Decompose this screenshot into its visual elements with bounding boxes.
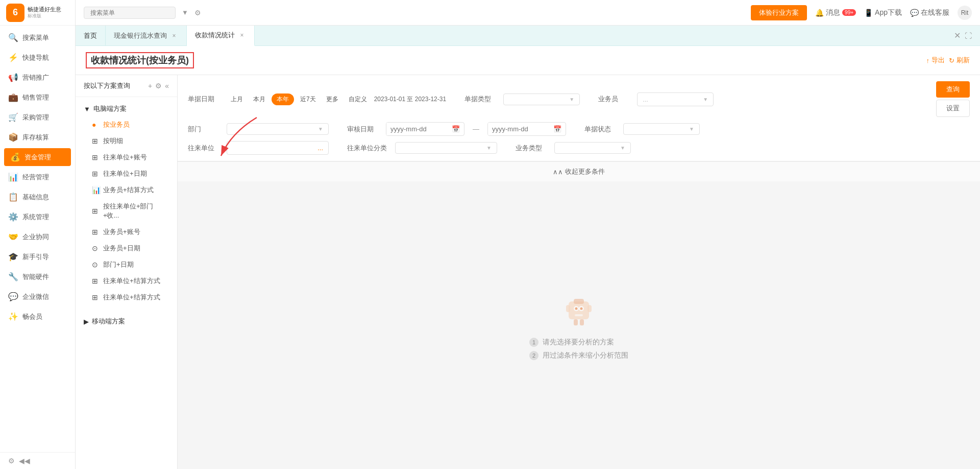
export-btn[interactable]: ↑ 导出 bbox=[926, 56, 945, 65]
sidebar-item-marketing[interactable]: 📢 营销推广 bbox=[0, 67, 75, 87]
audit-date-from-field[interactable] bbox=[386, 123, 448, 135]
refresh-btn[interactable]: ↻ 刷新 bbox=[949, 56, 970, 65]
sidebar-item-corp[interactable]: 🤝 企业协同 bbox=[0, 227, 75, 247]
inventory-icon: 📦 bbox=[8, 132, 18, 142]
item-unit-settle2-icon: ⊞ bbox=[92, 293, 100, 301]
topbar-right: 体验行业方案 🔔 消息 99+ 📱 App下载 💬 在线客服 Rit bbox=[751, 5, 972, 20]
tab-bank[interactable]: 现金银行流水查询 × bbox=[106, 26, 187, 46]
online-service-area[interactable]: 💬 在线客服 bbox=[910, 8, 949, 17]
date-tab-thisyear[interactable]: 本年 bbox=[272, 93, 294, 105]
tree-item-by-detail[interactable]: ⊞ 按明细 bbox=[76, 133, 177, 149]
calendar-from-icon[interactable]: 📅 bbox=[448, 123, 464, 135]
item-detail-icon: ⊞ bbox=[92, 137, 100, 145]
date-label: 单据日期 bbox=[188, 95, 218, 104]
biz-type-select[interactable]: ▼ bbox=[554, 142, 631, 154]
dept-select[interactable]: ▼ bbox=[227, 123, 329, 135]
tree-item-unit-account[interactable]: ⊞ 往来单位+账号 bbox=[76, 149, 177, 166]
date-control: 上月 本月 本年 近7天 更多 自定义 2023-01-01 至 2023-12… bbox=[227, 93, 446, 105]
tree-mobile-header[interactable]: ▶ 移动端方案 bbox=[76, 314, 177, 329]
page-actions: ↑ 导出 ↻ 刷新 bbox=[926, 56, 970, 65]
trial-btn[interactable]: 体验行业方案 bbox=[751, 5, 807, 20]
audit-date-to-input[interactable]: 📅 bbox=[487, 122, 566, 136]
date-tab-thismonth[interactable]: 本月 bbox=[249, 93, 270, 105]
window-maximize-icon[interactable]: ⛶ bbox=[965, 32, 972, 40]
tree-item-unit-settle2[interactable]: ⊞ 往来单位+结算方式 bbox=[76, 289, 177, 306]
app-name: 畅捷通好生意 bbox=[28, 6, 61, 13]
tab-controls: ✕ ⛶ bbox=[946, 31, 980, 40]
wechat-icon: 💬 bbox=[8, 292, 18, 301]
sidebar-item-wechat[interactable]: 💬 企业微信 bbox=[0, 287, 75, 307]
audit-date-to-field[interactable] bbox=[488, 123, 549, 135]
tree-item-by-salesman[interactable]: ● 按业务员 bbox=[76, 116, 177, 133]
setting-btn[interactable]: 设置 bbox=[936, 100, 970, 117]
marketing-icon: 📢 bbox=[8, 73, 18, 82]
partner-select[interactable]: ... bbox=[227, 141, 329, 155]
date-tab-custom[interactable]: 自定义 bbox=[345, 93, 371, 105]
tab-bank-close[interactable]: × bbox=[170, 32, 178, 40]
sidebar-item-search[interactable]: 🔍 搜索菜单 bbox=[0, 28, 75, 48]
sidebar-item-hardware[interactable]: 🔧 智能硬件 bbox=[0, 267, 75, 287]
sidebar-item-sales[interactable]: 💼 销售管理 bbox=[0, 87, 75, 107]
date-tab-lastmonth[interactable]: 上月 bbox=[227, 93, 247, 105]
tree-item-dept-date[interactable]: ⊙ 部门+日期 bbox=[76, 256, 177, 273]
tree-item-unit-dept[interactable]: ⊞ 按往来单位+部门+收... bbox=[76, 198, 177, 224]
collapse-panel-btn[interactable]: « bbox=[165, 82, 169, 90]
sidebar-item-system[interactable]: ⚙️ 系统管理 bbox=[0, 207, 75, 227]
partner-cat-select[interactable]: ▼ bbox=[395, 142, 497, 154]
sidebar-item-quick[interactable]: ⚡ 快捷导航 bbox=[0, 48, 75, 67]
sidebar-item-inventory[interactable]: 📦 库存核算 bbox=[0, 127, 75, 147]
topbar-search-input[interactable] bbox=[84, 7, 176, 19]
sidebar-item-purchase[interactable]: 🛒 采购管理 bbox=[0, 107, 75, 127]
tree-item-unit-settle1[interactable]: ⊞ 往来单位+结算方式 bbox=[76, 273, 177, 289]
doc-status-select[interactable]: ▼ bbox=[623, 123, 700, 135]
quick-icon: ⚡ bbox=[8, 53, 18, 62]
sidebar-item-basic[interactable]: 📋 基础信息 bbox=[0, 187, 75, 207]
add-scheme-btn[interactable]: + bbox=[148, 82, 152, 90]
tab-collection[interactable]: 收款情况统计 × bbox=[187, 26, 255, 46]
notifications-area[interactable]: 🔔 消息 99+ bbox=[815, 8, 856, 17]
tree-item-unit-date[interactable]: ⊞ 往来单位+日期 bbox=[76, 166, 177, 182]
right-panel: 单据日期 上月 本月 本年 近7天 更多 自定义 2023-01-01 至 20… bbox=[178, 75, 980, 469]
salesman-select[interactable]: ... ▼ bbox=[637, 92, 714, 106]
tree-desktop-header[interactable]: ▼ 电脑端方案 bbox=[76, 101, 177, 116]
calendar-to-icon[interactable]: 📅 bbox=[549, 123, 566, 135]
sales-icon: 💼 bbox=[8, 92, 18, 102]
collapse-chevron-icon: ∧∧ bbox=[553, 168, 563, 176]
sidebar-item-finance[interactable]: 💰 资金管理 bbox=[4, 148, 71, 166]
audit-date-from-input[interactable]: 📅 bbox=[386, 122, 464, 136]
topbar-dropdown-icon[interactable]: ▼ bbox=[182, 9, 188, 16]
sidebar-item-operation[interactable]: 📊 经营管理 bbox=[0, 167, 75, 187]
settings-bottom-icon[interactable]: ⚙ bbox=[8, 457, 15, 465]
tab-collection-close[interactable]: × bbox=[238, 31, 246, 39]
collapse-icon[interactable]: ◀◀ bbox=[19, 457, 30, 465]
filter-row-1: 单据日期 上月 本月 本年 近7天 更多 自定义 2023-01-01 至 20… bbox=[188, 81, 970, 117]
date-tab-7days[interactable]: 近7天 bbox=[296, 93, 320, 105]
left-panel: 按以下方案查询 + ⚙ « ▼ 电脑端方案 ● 按业务员 bbox=[76, 75, 178, 469]
collapse-more-btn[interactable]: ∧∧ 收起更多条件 bbox=[178, 161, 980, 181]
query-btn[interactable]: 查询 bbox=[936, 81, 970, 98]
tab-home[interactable]: 首页 bbox=[76, 26, 106, 46]
left-panel-header: 按以下方案查询 + ⚙ « bbox=[76, 75, 177, 97]
svg-rect-6 bbox=[575, 314, 583, 316]
date-tab-more[interactable]: 更多 bbox=[322, 93, 342, 105]
svg-rect-8 bbox=[587, 305, 592, 312]
app-download-area[interactable]: 📱 App下载 bbox=[864, 8, 902, 17]
scheme-settings-btn[interactable]: ⚙ bbox=[155, 82, 162, 90]
tree-item-salesman-date[interactable]: ⊙ 业务员+日期 bbox=[76, 240, 177, 256]
sidebar-item-guide[interactable]: 🎓 新手引导 bbox=[0, 247, 75, 267]
topbar-settings-icon[interactable]: ⚙ bbox=[194, 9, 201, 17]
window-close-icon[interactable]: ✕ bbox=[954, 31, 961, 40]
item-dept-date-icon: ⊙ bbox=[92, 261, 100, 269]
sidebar-item-vip[interactable]: ✨ 畅会员 bbox=[0, 307, 75, 326]
user-avatar[interactable]: Rit bbox=[958, 6, 972, 20]
partner-more-btn[interactable]: ... bbox=[317, 144, 323, 152]
hint-step-1: 1 请先选择要分析的方案 bbox=[529, 338, 628, 347]
svg-rect-9 bbox=[574, 319, 578, 325]
doc-status-arrow: ▼ bbox=[689, 126, 694, 132]
tree-item-salesman-account[interactable]: ⊞ 业务员+账号 bbox=[76, 224, 177, 240]
tree-item-salesman-settle[interactable]: 📊 业务员+结算方式 bbox=[76, 182, 177, 198]
filter-area: 单据日期 上月 本月 本年 近7天 更多 自定义 2023-01-01 至 20… bbox=[178, 75, 980, 161]
item-salesman-icon: ● bbox=[92, 121, 100, 129]
doc-type-select[interactable]: ▼ bbox=[503, 93, 580, 105]
sidebar: 6 畅捷通好生意 标准版 🔍 搜索菜单 ⚡ 快捷导航 📢 营销推广 💼 销售管理… bbox=[0, 0, 76, 469]
